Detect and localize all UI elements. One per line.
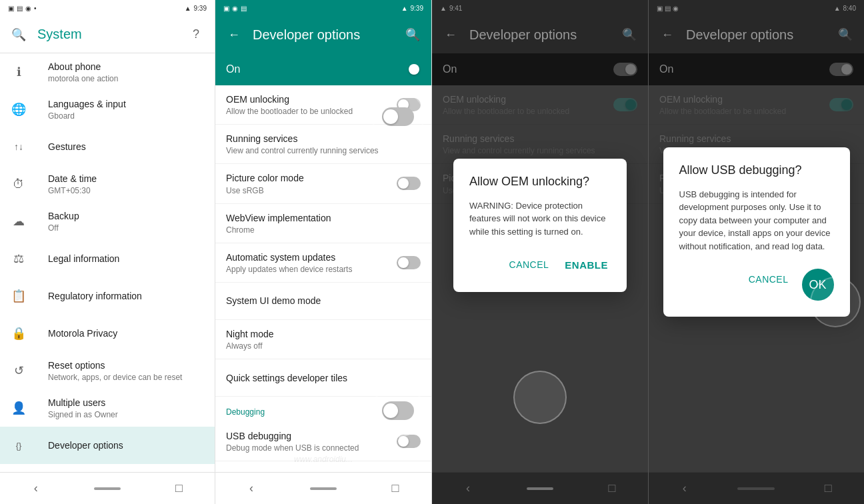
settings-item-about[interactable]: ℹ About phone motorola one action — [0, 53, 215, 91]
notification-icon-mid2: ◉ — [232, 5, 238, 12]
time-mid: 9:39 — [411, 5, 423, 12]
settings-item-users[interactable]: 👤 Multiple users Signed in as Owner — [0, 389, 215, 427]
backup-subtitle: Off — [48, 223, 204, 233]
oem-toggle-large-knob — [383, 109, 398, 124]
header-toggle-row-mid: On — [215, 53, 431, 85]
usb-toggle-spotlight — [371, 384, 425, 437]
dev-night-text: Night mode Always off — [226, 328, 421, 351]
bottom-nav-left: ‹ □ — [0, 472, 215, 504]
settings-item-motorola-privacy[interactable]: 🔒 Motorola Privacy — [0, 315, 215, 352]
nav-pill-mid — [310, 487, 337, 490]
oem-dialog-enable[interactable]: Enable — [562, 254, 611, 276]
dev-usb-text: USB debugging Debug mode when USB is con… — [226, 430, 397, 453]
about-title: About phone — [48, 61, 204, 73]
nav-recents-left[interactable]: □ — [152, 473, 205, 505]
languages-text: Languages & input Gboard — [48, 98, 204, 121]
regulatory-text: Regulatory information — [48, 290, 204, 302]
legal-text: Legal information — [48, 253, 204, 265]
dev-color-subtitle: Use sRGB — [226, 186, 397, 195]
dev-autoupdate-text: Automatic system updates Apply updates w… — [226, 251, 397, 274]
usb-dialog-body: USB debugging is intended for developmen… — [679, 188, 834, 253]
backup-text: Backup Off — [48, 210, 204, 233]
users-icon: 👤 — [11, 400, 27, 416]
dev-item-night[interactable]: Night mode Always off — [215, 320, 431, 359]
dev-webview-title: WebView implementation — [226, 212, 421, 224]
app-title-left: System — [37, 27, 177, 42]
dev-quicktiles-title: Quick settings developer tiles — [226, 372, 421, 384]
system-icons-left: ▲ 9:39 — [185, 5, 207, 12]
usb-dialog-title: Allow USB debugging? — [679, 163, 834, 177]
usb-dialog-cancel[interactable]: Cancel — [746, 269, 791, 301]
users-title: Multiple users — [48, 397, 204, 409]
left-panel: ▣ ▤ ◉ • ▲ 9:39 🔍 System ? ℹ About phone … — [0, 0, 215, 504]
dev-demo-title: System UI demo mode — [226, 295, 421, 307]
nav-back-mid[interactable]: ‹ — [225, 473, 278, 505]
status-bar-mid: ▣ ◉ ▤ ▲ 9:39 — [215, 0, 431, 16]
languages-title: Languages & input — [48, 98, 204, 110]
system-icons-mid: ▲ 9:39 — [401, 5, 423, 12]
privacy-icon: 🔒 — [11, 325, 27, 341]
back-icon-mid[interactable]: ← — [226, 27, 242, 43]
nav-home-mid[interactable] — [297, 473, 350, 505]
notification-icon-mid: ▣ — [223, 5, 229, 12]
dot-icon: • — [34, 5, 37, 12]
oem-toggle-large[interactable] — [382, 107, 414, 126]
nav-recents-mid[interactable]: □ — [369, 473, 422, 505]
autoupdate-toggle-mid[interactable] — [397, 256, 421, 269]
reset-text: Reset options Network, apps, or device c… — [48, 359, 204, 382]
nav-home-left[interactable] — [81, 473, 134, 505]
bottom-nav-mid: ‹ □ — [215, 472, 431, 504]
main-toggle-mid[interactable] — [397, 63, 421, 76]
settings-item-sysupdates[interactable]: 📱 System updates Updated to Android 9 — [0, 464, 215, 472]
dev-item-color[interactable]: Picture color mode Use sRGB — [215, 164, 431, 203]
settings-item-datetime[interactable]: ⏱ Date & time GMT+05:30 — [0, 165, 215, 203]
oem-toggle-spotlight — [371, 90, 425, 143]
color-toggle-mid[interactable] — [397, 177, 421, 190]
dev-item-autoupdate[interactable]: Automatic system updates Apply updates w… — [215, 243, 431, 283]
usb-toggle-knob-mid — [398, 436, 409, 447]
backup-title: Backup — [48, 210, 204, 222]
settings-item-backup[interactable]: ☁ Backup Off — [0, 203, 215, 240]
right-panel-1: ▲ 9:41 ← Developer options 🔍 On OEM unlo… — [432, 0, 649, 504]
dev-night-title: Night mode — [226, 328, 421, 340]
settings-item-gestures[interactable]: ↑↓ Gestures — [0, 128, 215, 165]
legal-title: Legal information — [48, 253, 204, 265]
settings-item-reset[interactable]: ↺ Reset options Network, apps, or device… — [0, 352, 215, 389]
dev-autoupdate-title: Automatic system updates — [226, 251, 397, 263]
search-icon-left[interactable]: 🔍 — [11, 27, 27, 43]
reset-title: Reset options — [48, 359, 204, 371]
settings-item-developer[interactable]: {} Developer options — [0, 427, 215, 464]
help-icon-left[interactable]: ? — [188, 27, 204, 43]
nav-back-left[interactable]: ‹ — [9, 473, 63, 505]
dev-night-subtitle: Always off — [226, 341, 421, 351]
oem-dialog-cancel[interactable]: Cancel — [507, 254, 552, 276]
autoupdate-toggle-knob-mid — [398, 257, 409, 268]
dev-item-webview[interactable]: WebView implementation Chrome — [215, 204, 431, 243]
gestures-icon: ↑↓ — [11, 139, 27, 155]
oem-dialog-actions: Cancel Enable — [469, 254, 611, 276]
usb-toggle-large[interactable] — [382, 401, 414, 420]
dev-webview-subtitle: Chrome — [226, 225, 421, 235]
dev-item-revoke[interactable]: Revoke USB debugging authorizations — [215, 461, 431, 472]
app-bar-mid: ← Developer options 🔍 — [215, 16, 431, 53]
datetime-subtitle: GMT+05:30 — [48, 186, 204, 195]
reset-icon: ↺ — [11, 363, 27, 379]
about-subtitle: motorola one action — [48, 74, 204, 83]
settings-item-legal[interactable]: ⚖ Legal information — [0, 240, 215, 277]
settings-item-regulatory[interactable]: 📋 Regulatory information — [0, 277, 215, 315]
status-icons-mid: ▣ ◉ ▤ — [223, 5, 247, 12]
search-icon-mid[interactable]: 🔍 — [405, 27, 421, 43]
about-icon: ℹ — [11, 64, 27, 80]
nav-pill-left — [94, 487, 121, 490]
enable-btn-circle — [513, 371, 567, 424]
time-left: 9:39 — [194, 5, 207, 12]
notification-icon3: ◉ — [25, 5, 31, 12]
dialog-overlay-r2: Allow USB debugging? USB debugging is in… — [649, 0, 864, 504]
regulatory-title: Regulatory information — [48, 290, 204, 302]
datetime-icon: ⏱ — [11, 176, 27, 192]
dev-item-demo[interactable]: System UI demo mode — [215, 283, 431, 320]
dev-demo-text: System UI demo mode — [226, 295, 421, 307]
notification-icon-mid3: ▤ — [241, 5, 247, 12]
settings-item-languages[interactable]: 🌐 Languages & input Gboard — [0, 91, 215, 128]
privacy-title: Motorola Privacy — [48, 327, 204, 339]
